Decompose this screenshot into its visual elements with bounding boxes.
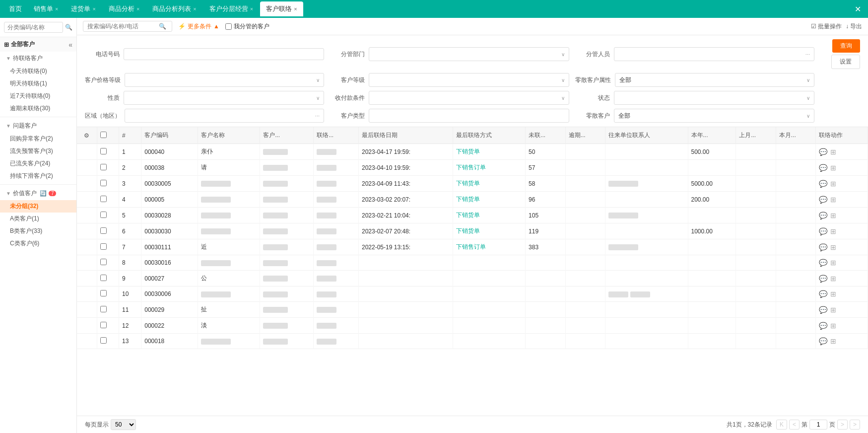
td-last-method[interactable] xyxy=(453,287,526,302)
price-level-select[interactable]: ∨ xyxy=(125,73,324,87)
retail-attr-select[interactable]: 全部 ∨ xyxy=(615,73,814,87)
retail-customer-select[interactable]: 全部 ∨ xyxy=(614,109,814,123)
action-message-icon[interactable]: 💬 xyxy=(819,212,827,219)
td-checkbox[interactable] xyxy=(97,239,119,255)
sidebar-item-7days[interactable]: 近7天待联络(0) xyxy=(0,90,76,102)
th-unit-contacts[interactable]: 往来单位联系人 xyxy=(605,127,688,144)
sidebar-item-declining[interactable]: 持续下滑客户(2) xyxy=(0,170,76,182)
close-sales-tab-icon[interactable]: × xyxy=(55,6,58,12)
batch-operations-btn[interactable]: ☑ 批量操作 xyxy=(811,22,842,31)
td-checkbox[interactable] xyxy=(97,223,119,239)
nav-home[interactable]: 首页 xyxy=(4,1,27,16)
action-grid-icon[interactable]: ⊞ xyxy=(830,290,836,298)
last-method-link[interactable]: 下销售订单 xyxy=(456,243,486,250)
action-message-icon[interactable]: 💬 xyxy=(819,259,827,267)
close-product-analysis-tab-icon[interactable]: × xyxy=(136,6,139,12)
td-checkbox[interactable] xyxy=(97,176,119,192)
th-unlinked[interactable]: 未联... xyxy=(526,127,566,144)
status-select[interactable]: ∨ xyxy=(614,91,814,105)
action-grid-icon[interactable]: ⊞ xyxy=(830,322,836,330)
td-last-method[interactable] xyxy=(453,318,526,334)
nav-tab-sales[interactable]: 销售单 × xyxy=(28,1,64,16)
th-this-year[interactable]: 本年... xyxy=(688,127,736,144)
th-checkbox[interactable] xyxy=(97,127,119,144)
th-contact[interactable]: 联络... xyxy=(314,127,359,144)
first-page-btn[interactable]: K xyxy=(776,420,787,430)
action-message-icon[interactable]: 💬 xyxy=(819,196,827,204)
action-grid-icon[interactable]: ⊞ xyxy=(830,275,836,283)
td-checkbox[interactable] xyxy=(97,192,119,208)
row-checkbox[interactable] xyxy=(100,337,107,344)
last-method-link[interactable]: 下销货单 xyxy=(456,227,480,234)
action-message-icon[interactable]: 💬 xyxy=(819,322,827,330)
row-checkbox[interactable] xyxy=(100,212,107,218)
td-last-method[interactable] xyxy=(453,271,526,287)
nav-tab-product-analysis[interactable]: 商品分析 × xyxy=(103,1,145,16)
sidebar-item-class-c[interactable]: C类客户(6) xyxy=(0,237,76,250)
row-checkbox[interactable] xyxy=(100,164,107,170)
action-grid-icon[interactable]: ⊞ xyxy=(830,180,836,188)
action-grid-icon[interactable]: ⊞ xyxy=(830,212,836,219)
nav-tab-product-list[interactable]: 商品分析列表 × xyxy=(146,1,202,16)
th-last-date[interactable]: 最后联络日期 xyxy=(358,127,453,144)
action-message-icon[interactable]: 💬 xyxy=(819,164,827,172)
th-this-month[interactable]: 本月... xyxy=(776,127,816,144)
td-checkbox[interactable] xyxy=(97,302,119,318)
close-product-list-tab-icon[interactable]: × xyxy=(193,6,196,12)
row-checkbox[interactable] xyxy=(100,275,107,281)
area-select[interactable]: ··· xyxy=(125,109,324,123)
pending-group[interactable]: ▼ 待联络客户 xyxy=(0,52,76,65)
per-page-select[interactable]: 50 100 200 xyxy=(111,419,136,430)
td-last-method[interactable]: 下销货单 xyxy=(453,192,526,208)
td-last-method[interactable] xyxy=(453,334,526,349)
sidebar-item-overdue[interactable]: 逾期未联络(30) xyxy=(0,102,76,115)
sidebar-search-icon[interactable]: 🔍 xyxy=(65,24,72,31)
td-checkbox[interactable] xyxy=(97,160,119,176)
td-checkbox[interactable] xyxy=(97,271,119,287)
sidebar-item-abnormal[interactable]: 回购异常客户(2) xyxy=(0,133,76,145)
th-last-month[interactable]: 上月... xyxy=(736,127,776,144)
row-checkbox[interactable] xyxy=(100,290,107,296)
th-overdue[interactable]: 逾期... xyxy=(565,127,605,144)
td-checkbox[interactable] xyxy=(97,255,119,271)
action-message-icon[interactable]: 💬 xyxy=(819,148,827,156)
phone-input[interactable] xyxy=(124,48,324,60)
action-message-icon[interactable]: 💬 xyxy=(819,180,827,188)
row-checkbox[interactable] xyxy=(100,227,107,234)
td-last-method[interactable]: 下销售订单 xyxy=(453,239,526,255)
row-checkbox[interactable] xyxy=(100,259,107,265)
action-message-icon[interactable]: 💬 xyxy=(819,227,827,235)
last-method-link[interactable]: 下销货单 xyxy=(456,196,480,203)
last-method-link[interactable]: 下销货单 xyxy=(456,180,480,187)
close-purchase-tab-icon[interactable]: × xyxy=(92,6,95,12)
problem-group[interactable]: ▼ 问题客户 xyxy=(0,119,76,133)
nav-tab-purchase[interactable]: 进货单 × xyxy=(65,1,101,16)
gender-select[interactable]: ∨ xyxy=(124,91,324,105)
th-code[interactable]: 客户编码 xyxy=(141,127,198,144)
export-btn[interactable]: ↓ 导出 xyxy=(846,22,862,31)
td-checkbox[interactable] xyxy=(97,144,119,160)
row-checkbox[interactable] xyxy=(100,243,107,250)
sidebar-item-tomorrow[interactable]: 明天待联络(1) xyxy=(0,77,76,90)
td-checkbox[interactable] xyxy=(97,208,119,223)
sidebar-item-loss-warning[interactable]: 流失预警客户(3) xyxy=(0,145,76,157)
my-customers-check[interactable]: 我分管的客户 xyxy=(225,22,269,31)
row-checkbox[interactable] xyxy=(100,180,107,186)
td-last-method[interactable] xyxy=(453,302,526,318)
close-customer-contact-tab-icon[interactable]: × xyxy=(294,6,297,12)
dept-select[interactable]: ∨ xyxy=(369,47,569,61)
sidebar-item-lost[interactable]: 已流失客户(24) xyxy=(0,157,76,170)
td-checkbox[interactable] xyxy=(97,287,119,302)
settings-icon[interactable]: ⚙ xyxy=(84,132,89,139)
prev-page-btn[interactable]: < xyxy=(789,420,800,430)
my-customers-checkbox[interactable] xyxy=(225,23,232,30)
action-message-icon[interactable]: 💬 xyxy=(819,243,827,251)
row-checkbox[interactable] xyxy=(100,148,107,154)
manager-more-icon[interactable]: ··· xyxy=(805,51,810,57)
row-checkbox[interactable] xyxy=(100,306,107,312)
action-grid-icon[interactable]: ⊞ xyxy=(830,196,836,204)
more-conditions-btn[interactable]: ⚡ 更多条件 ▲ xyxy=(178,22,219,31)
action-grid-icon[interactable]: ⊞ xyxy=(830,227,836,235)
action-message-icon[interactable]: 💬 xyxy=(819,275,827,283)
last-method-link[interactable]: 下销货单 xyxy=(456,148,480,155)
